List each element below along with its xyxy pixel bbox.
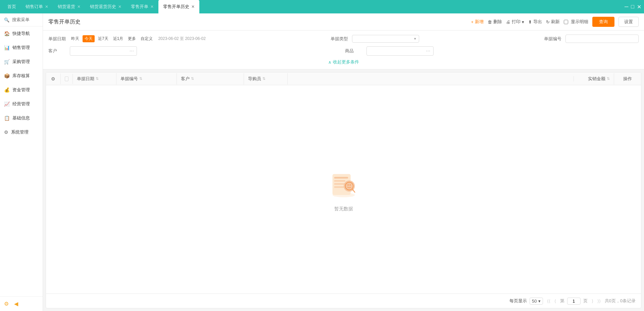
th-amount-sort-icon[interactable]: ⇅ [607,76,610,81]
svg-point-9 [347,184,349,186]
close-button[interactable]: ✕ [637,4,641,10]
th-num-sort-icon[interactable]: ⇅ [139,76,142,81]
th-guide-sort-icon[interactable]: ⇅ [262,76,265,81]
date-btn-last7[interactable]: 近7天 [97,35,110,42]
filter-area: 单据日期 昨天 今天 近7天 近1月 更多 自定义 2023-06-02 至 2… [43,31,644,69]
per-page-arrow-icon: ▾ [538,299,541,304]
delete-label: 删除 [493,19,502,25]
filter-date-buttons: 昨天 今天 近7天 近1月 更多 自定义 [70,35,154,42]
product-filter-label: 商品 [345,48,364,54]
tab-sales-order[interactable]: 销售订单 ✕ [21,0,53,13]
add-icon: + [471,19,474,24]
sidebar-item-sales-mgmt[interactable]: 📊 销售管理 [0,41,43,55]
sidebar-basic-info-label: 基础信息 [12,115,30,121]
tab-sales-return-history-label: 销货退货历史 [90,4,116,10]
svg-point-10 [349,184,351,186]
date-btn-today[interactable]: 今天 [83,35,95,42]
sidebar-search[interactable]: 🔍 搜索采单 [0,13,43,27]
sidebar-item-inventory[interactable]: 📦 库存核算 [0,69,43,83]
th-amount: 实销金额 ⇅ [574,73,614,85]
query-button[interactable]: 查询 [592,17,614,27]
th-checkbox[interactable] [61,74,73,84]
th-customer-sort-icon[interactable]: ⇅ [191,76,194,81]
page-input[interactable] [567,298,581,305]
customer-select[interactable]: ··· [70,46,137,56]
sidebar-item-finance[interactable]: 💰 资金管理 [0,83,43,97]
last-page-button[interactable]: ⟩⟩ [596,298,602,304]
tab-retail-open-close[interactable]: ✕ [150,4,154,9]
sidebar-item-system[interactable]: ⚙ 系统管理 [0,125,43,139]
print-button[interactable]: 🖨 打印 ▾ [506,19,524,25]
th-date-sort-icon[interactable]: ⇅ [96,76,99,81]
th-flex [288,76,574,82]
empty-text: 暂无数据 [334,206,353,212]
sidebar-inventory-label: 库存核算 [12,73,30,79]
display-checkbox[interactable] [564,20,568,24]
th-date: 单据日期 ⇅ [73,73,116,85]
add-button[interactable]: + 新增 [471,19,484,25]
sidebar-collapse-icon[interactable]: ◀ [14,301,18,307]
svg-rect-2 [334,177,348,178]
export-button[interactable]: ⬆ 导出 [528,19,542,25]
tab-sales-return-history-close[interactable]: ✕ [118,4,121,9]
tab-retail-open-history[interactable]: 零售开单历史 ✕ [158,0,199,13]
sidebar-finance-label: 资金管理 [12,87,30,93]
doc-num-input[interactable] [568,36,636,41]
th-settings[interactable]: ⚙ [46,73,61,84]
th-guide: 导购员 ⇅ [244,73,288,85]
filter-row-customer: 客户 ··· 商品 ··· [48,46,639,56]
date-btn-custom[interactable]: 自定义 [139,35,154,42]
tab-retail-open-label: 零售开单 [131,4,148,10]
tab-sales-return[interactable]: 销货退货 ✕ [53,0,85,13]
product-dots-icon[interactable]: ··· [426,48,430,54]
tab-retail-open-history-close[interactable]: ✕ [191,4,195,9]
date-btn-more[interactable]: 更多 [127,35,137,42]
doc-num-label: 单据编号 [544,36,563,42]
date-btn-yesterday[interactable]: 昨天 [70,35,81,42]
sidebar-item-quick-nav[interactable]: 🏠 快捷导航 [0,27,43,41]
customer-filter-label: 客户 [48,48,67,54]
prev-page-button[interactable]: ⟨ [553,298,557,304]
refresh-icon: ↻ [546,19,550,24]
display-label: 显示明细 [571,19,588,25]
table-settings-icon[interactable]: ⚙ [51,76,55,82]
customer-dots-icon[interactable]: ··· [130,48,134,54]
svg-rect-5 [334,186,344,188]
th-guide-label: 导购员 [248,76,261,82]
maximize-button[interactable]: □ [631,4,634,10]
quick-nav-icon: 🏠 [4,31,10,36]
tab-sales-order-close[interactable]: ✕ [45,4,48,9]
settings-button[interactable]: 设置 [618,17,639,27]
sidebar-item-operation[interactable]: 📈 经营管理 [0,97,43,111]
empty-image [327,167,360,201]
doc-type-arrow-icon: ▾ [414,37,416,41]
svg-line-8 [352,189,355,192]
next-page-button[interactable]: ⟩ [590,298,595,304]
doc-type-select[interactable]: ▾ [352,35,419,43]
delete-button[interactable]: 🗑 删除 [488,19,502,25]
sidebar-item-purchase-mgmt[interactable]: 🛒 采购管理 [0,55,43,69]
add-label: 新增 [475,19,484,25]
minimize-button[interactable]: ─ [625,4,628,10]
collapse-button[interactable]: ∧ 收起更多条件 [328,59,359,65]
content-area: 零售开单历史 + 新增 🗑 删除 🖨 打印 ▾ ⬆ 导出 [43,13,644,311]
doc-type-label: 单据类型 [331,36,349,42]
tab-retail-open[interactable]: 零售开单 ✕ [126,0,158,13]
pagination: 每页显示 50 ▾ ⟨⟨ ⟨ 第 页 ⟩ ⟩⟩ 共0页，0条记录 [46,294,641,308]
display-toggle[interactable]: 显示明细 [564,19,588,25]
product-select[interactable]: ··· [366,46,434,56]
sidebar-settings-icon[interactable]: ⚙ [4,301,9,307]
sidebar-item-basic-info[interactable]: 📋 基础信息 [0,111,43,125]
tab-sales-return-close[interactable]: ✕ [77,4,81,9]
tab-home[interactable]: 首页 [3,0,21,13]
tab-sales-return-history[interactable]: 销货退货历史 ✕ [85,0,126,13]
refresh-button[interactable]: ↻ 刷新 [546,19,560,25]
filter-row-collapse: ∧ 收起更多条件 [48,59,639,65]
first-page-button[interactable]: ⟨⟨ [546,298,552,304]
date-filter-label: 单据日期 [48,36,67,42]
tab-sales-return-label: 销货退货 [58,4,75,10]
empty-state: 暂无数据 [46,85,641,294]
select-all-checkbox[interactable] [65,76,68,81]
date-btn-last1month[interactable]: 近1月 [112,35,125,42]
per-page-select[interactable]: 50 ▾ [530,298,543,305]
